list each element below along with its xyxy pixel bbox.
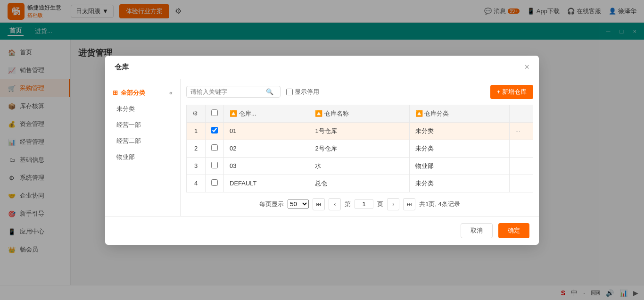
prev-page-button[interactable]: ‹ [329,198,341,210]
row-number: 3 [187,157,206,175]
warehouse-table: ⚙ 🔼 仓库... 🔼 仓库名称 🔼 仓库分类 [186,105,533,192]
row-category: 物业部 [409,157,509,175]
select-all-checkbox[interactable] [211,109,218,116]
modal-close-button[interactable]: × [524,62,529,72]
page-number-input[interactable] [355,199,373,209]
row-name: 1号仓库 [309,122,409,140]
row-category: 未分类 [409,175,509,192]
table-head: ⚙ 🔼 仓库... 🔼 仓库名称 🔼 仓库分类 [187,105,533,122]
row-checkbox-cell [206,157,224,175]
table-row[interactable]: 4 DEFAULT 总仓 未分类 [187,175,533,192]
row-more[interactable] [510,157,533,175]
row-number: 4 [187,175,206,192]
row-more[interactable] [510,175,533,192]
show-disabled-checkbox[interactable] [286,89,293,95]
next-page-button[interactable]: › [387,198,399,210]
modal-overlay: 仓库 × ⊞ 全部分类 « 未分类 经营一部 经营二部 物业部 [0,0,644,300]
table-container: ⚙ 🔼 仓库... 🔼 仓库名称 🔼 仓库分类 [186,105,533,192]
row-checkbox[interactable] [211,162,218,168]
row-code: 01 [224,122,309,140]
category-panel: ⊞ 全部分类 « 未分类 经营一部 经营二部 物业部 [105,79,181,216]
search-box: 🔍 [186,86,281,98]
show-disabled-label[interactable]: 显示停用 [286,88,319,96]
th-name: 🔼 仓库名称 [309,105,409,122]
row-category: 未分类 [409,122,509,140]
th-actions [510,105,533,122]
last-page-button[interactable]: ⏭ [403,198,415,210]
search-input[interactable] [190,88,266,95]
table-row[interactable]: 1 01 1号仓库 未分类 ··· [187,122,533,140]
category-item-ops1[interactable]: 经营一部 [105,117,180,133]
row-name: 水 [309,157,409,175]
category-item-property[interactable]: 物业部 [105,149,180,165]
first-page-button[interactable]: ⏮ [313,198,325,210]
row-code: 02 [224,140,309,157]
table-toolbar: 🔍 显示停用 + 新增仓库 [186,85,533,99]
row-code: 03 [224,157,309,175]
row-more[interactable]: ··· [510,122,533,140]
row-checkbox[interactable] [211,179,218,186]
row-name: 总仓 [309,175,409,192]
table-row[interactable]: 2 02 2号仓库 未分类 [187,140,533,157]
row-more[interactable] [510,140,533,157]
category-all[interactable]: ⊞ 全部分类 « [105,85,180,101]
th-gear: ⚙ [187,105,206,122]
row-name: 2号仓库 [309,140,409,157]
table-body: 1 01 1号仓库 未分类 ··· 2 02 2号仓库 未分类 3 03 水 物… [187,122,533,192]
add-warehouse-button[interactable]: + 新增仓库 [490,85,533,99]
th-code: 🔼 仓库... [224,105,309,122]
modal-title: 仓库 [115,63,129,72]
cancel-button[interactable]: 取消 [461,223,493,238]
th-checkbox [206,105,224,122]
category-item-uncategorized[interactable]: 未分类 [105,101,180,117]
modal-header: 仓库 × [105,56,539,79]
th-category: 🔼 仓库分类 [409,105,509,122]
modal-footer: 取消 确定 [105,216,539,245]
row-category: 未分类 [409,140,509,157]
search-icon[interactable]: 🔍 [266,88,273,95]
row-checkbox-cell [206,175,224,192]
row-checkbox[interactable] [211,144,218,151]
per-page-select[interactable]: 50 10 20 100 [288,200,309,208]
row-number: 1 [187,122,206,140]
category-item-ops2[interactable]: 经营二部 [105,133,180,149]
pagination: 每页显示 50 10 20 100 ⏮ ‹ 第 页 › ⏭ 共1页, 4条记录 [186,198,533,210]
row-code: DEFAULT [224,175,309,192]
collapse-panel-icon[interactable]: « [169,89,173,96]
grid-icon: ⊞ [113,89,118,96]
more-actions-icon[interactable]: ··· [515,127,520,134]
row-checkbox-cell [206,140,224,157]
row-checkbox[interactable] [211,127,218,133]
warehouse-modal: 仓库 × ⊞ 全部分类 « 未分类 经营一部 经营二部 物业部 [105,56,539,245]
table-panel: 🔍 显示停用 + 新增仓库 ⚙ [181,79,539,216]
row-checkbox-cell [206,122,224,140]
modal-body: ⊞ 全部分类 « 未分类 经营一部 经营二部 物业部 🔍 [105,79,539,216]
row-number: 2 [187,140,206,157]
table-row[interactable]: 3 03 水 物业部 [187,157,533,175]
confirm-button[interactable]: 确定 [498,223,529,238]
